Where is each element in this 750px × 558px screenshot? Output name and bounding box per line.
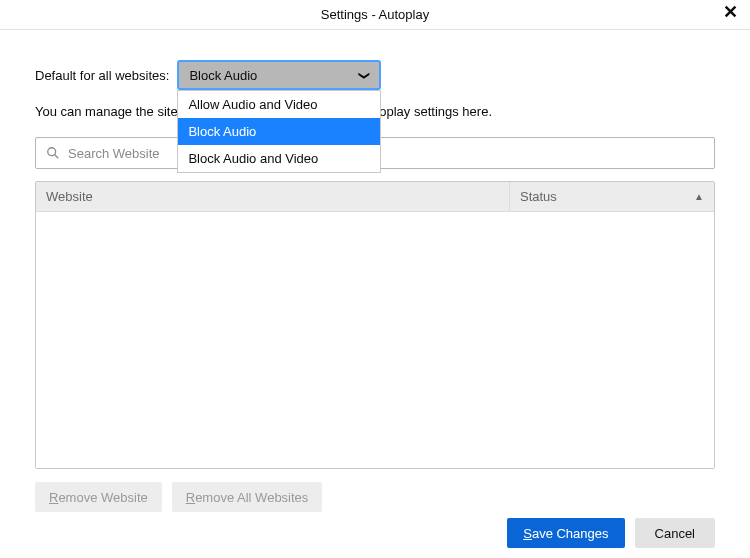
search-input[interactable]: [66, 145, 704, 162]
title-bar: Settings - Autoplay ✕: [0, 0, 750, 30]
dialog-title: Settings - Autoplay: [321, 7, 429, 22]
option-block-audio-video[interactable]: Block Audio and Video: [178, 145, 380, 172]
option-allow-audio-video[interactable]: Allow Audio and Video: [178, 91, 380, 118]
default-label: Default for all websites:: [35, 68, 169, 83]
chevron-down-icon: ❯: [358, 71, 371, 80]
cancel-button[interactable]: Cancel: [635, 518, 715, 548]
default-autoplay-select[interactable]: Block Audio ❯: [177, 60, 381, 90]
remove-website-button[interactable]: Remove Website: [35, 482, 162, 512]
column-header-status[interactable]: Status ▲: [509, 182, 714, 211]
table-body: [36, 212, 714, 468]
select-value: Block Audio: [189, 68, 257, 83]
websites-table: Website Status ▲: [35, 181, 715, 469]
remove-all-websites-button[interactable]: Remove All Websites: [172, 482, 323, 512]
sort-arrow-icon: ▲: [694, 191, 704, 202]
svg-point-0: [48, 148, 56, 156]
option-block-audio[interactable]: Block Audio: [178, 118, 380, 145]
column-header-website[interactable]: Website: [36, 189, 509, 204]
close-icon[interactable]: ✕: [720, 2, 740, 22]
default-autoplay-dropdown: Allow Audio and Video Block Audio Block …: [177, 90, 381, 173]
svg-line-1: [55, 155, 59, 159]
save-changes-button[interactable]: Save Changes: [507, 518, 624, 548]
search-icon: [46, 146, 60, 160]
